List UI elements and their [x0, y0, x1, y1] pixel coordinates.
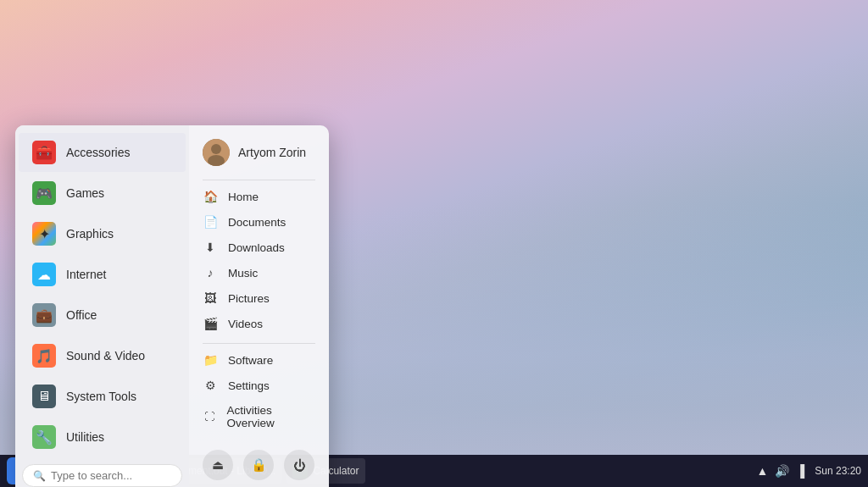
- divider-2: [203, 343, 315, 344]
- category-graphics-label: Graphics: [66, 227, 114, 241]
- category-system-label: System Tools: [66, 390, 136, 403]
- system-software[interactable]: 📁 Software: [189, 347, 329, 373]
- app-menu: 🧰 Accessories 🎮 Games ✦ Graphics ☁ Inter…: [15, 125, 329, 487]
- avatar: [203, 139, 230, 166]
- clock: Sun 23:20: [815, 465, 861, 477]
- menu-right-panel: Artyom Zorin 🏠 Home 📄 Documents ⬇ Downlo…: [189, 125, 329, 487]
- system-activities[interactable]: ⛶ Activities Overview: [189, 398, 329, 435]
- search-bar[interactable]: 🔍: [22, 464, 182, 487]
- settings-icon: ⚙: [203, 379, 218, 392]
- place-documents-label: Documents: [228, 216, 286, 229]
- place-videos[interactable]: 🎬 Videos: [189, 311, 329, 336]
- place-music[interactable]: ♪ Music: [189, 260, 329, 285]
- place-home-label: Home: [228, 191, 259, 203]
- search-icon: 🔍: [33, 470, 46, 482]
- place-pictures-label: Pictures: [228, 292, 270, 305]
- user-section: Artyom Zorin: [189, 136, 329, 176]
- games-icon: 🎮: [32, 181, 56, 205]
- sound-icon: 🎵: [32, 344, 56, 368]
- power-actions: ⏏ 🔒 ⏻: [189, 443, 329, 487]
- taskbar-system-tray: ▲ 🔊 ▐ Sun 23:20: [757, 464, 862, 478]
- category-accessories[interactable]: 🧰 Accessories: [19, 133, 186, 172]
- wifi-icon: ▲: [757, 464, 769, 478]
- svg-point-1: [211, 144, 221, 154]
- system-software-label: Software: [228, 354, 273, 367]
- home-icon: 🏠: [203, 190, 218, 203]
- accessories-icon: 🧰: [32, 141, 56, 164]
- place-pictures[interactable]: 🖼 Pictures: [189, 285, 329, 311]
- category-graphics[interactable]: ✦ Graphics: [19, 214, 186, 253]
- user-name: Artyom Zorin: [238, 146, 306, 159]
- category-office-label: Office: [66, 308, 97, 322]
- search-input[interactable]: [51, 469, 171, 482]
- category-sound[interactable]: 🎵 Sound & Video: [19, 336, 186, 375]
- category-games-label: Games: [66, 186, 104, 200]
- category-accessories-label: Accessories: [66, 146, 130, 159]
- pictures-icon: 🖼: [203, 291, 218, 305]
- category-sound-label: Sound & Video: [66, 349, 145, 362]
- category-system[interactable]: 🖥 System Tools: [19, 377, 186, 416]
- documents-icon: 📄: [203, 215, 218, 229]
- lock-button[interactable]: 🔒: [243, 450, 274, 480]
- music-icon: ♪: [203, 266, 218, 279]
- downloads-icon: ⬇: [203, 241, 218, 254]
- category-utilities[interactable]: 🔧 Utilities: [19, 418, 186, 457]
- place-videos-label: Videos: [228, 318, 263, 330]
- system-activities-label: Activities Overview: [227, 404, 315, 429]
- utilities-icon: 🔧: [32, 425, 56, 449]
- category-office[interactable]: 💼 Office: [19, 296, 186, 335]
- power-button[interactable]: ⏻: [284, 450, 314, 480]
- menu-categories-panel: 🧰 Accessories 🎮 Games ✦ Graphics ☁ Inter…: [15, 125, 189, 487]
- activities-icon: ⛶: [203, 411, 217, 423]
- category-games[interactable]: 🎮 Games: [19, 174, 186, 213]
- battery-icon: ▐: [796, 464, 804, 478]
- suspend-button[interactable]: ⏏: [203, 450, 233, 480]
- internet-icon: ☁: [32, 263, 56, 286]
- graphics-icon: ✦: [32, 222, 56, 246]
- desktop: 🧰 Accessories 🎮 Games ✦ Graphics ☁ Inter…: [0, 0, 868, 487]
- category-internet[interactable]: ☁ Internet: [19, 255, 186, 294]
- place-music-label: Music: [228, 267, 258, 279]
- category-utilities-label: Utilities: [66, 430, 104, 444]
- office-icon: 💼: [32, 303, 56, 327]
- place-downloads-label: Downloads: [228, 241, 285, 254]
- place-documents[interactable]: 📄 Documents: [189, 209, 329, 235]
- category-internet-label: Internet: [66, 268, 106, 281]
- divider-1: [203, 180, 315, 180]
- videos-icon: 🎬: [203, 317, 218, 330]
- software-icon: 📁: [203, 353, 218, 367]
- place-downloads[interactable]: ⬇ Downloads: [189, 235, 329, 260]
- volume-icon: 🔊: [775, 464, 789, 478]
- place-home[interactable]: 🏠 Home: [189, 184, 329, 209]
- system-icon: 🖥: [32, 385, 56, 408]
- system-settings-label: Settings: [228, 379, 270, 392]
- system-settings[interactable]: ⚙ Settings: [189, 373, 329, 398]
